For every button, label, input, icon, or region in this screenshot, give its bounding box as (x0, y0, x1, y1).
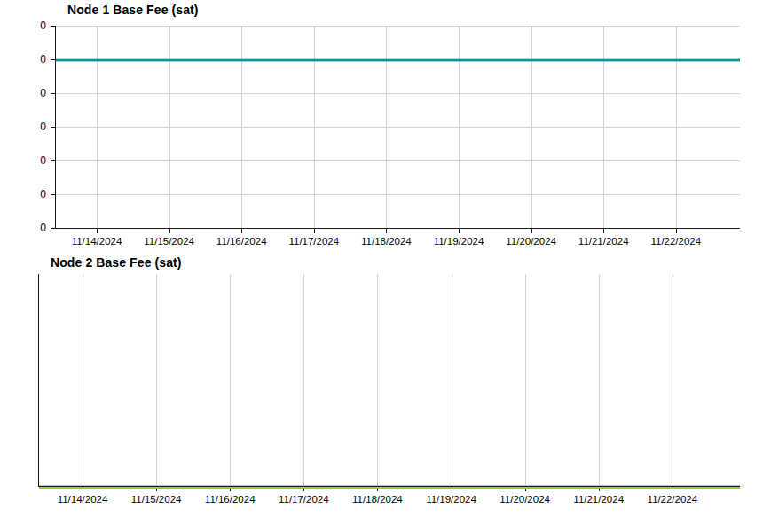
gridline-horizontal (56, 26, 740, 27)
plot-area-node1: 11/14/202411/15/202411/16/202411/17/2024… (55, 26, 740, 229)
x-tick-label: 11/17/2024 (288, 236, 339, 246)
x-axis-tick (531, 228, 532, 233)
x-axis-tick (386, 228, 387, 233)
y-tick-label: 0 (40, 88, 46, 98)
chart-title-node2: Node 2 Base Fee (sat) (51, 255, 182, 270)
y-axis-tick (51, 228, 56, 229)
x-axis-tick (169, 228, 170, 233)
gridline-vertical (83, 274, 83, 486)
x-tick-label: 11/21/2024 (573, 494, 624, 505)
x-tick-label: 11/20/2024 (506, 236, 556, 246)
y-axis-tick (51, 194, 56, 195)
y-axis-tick (51, 93, 56, 94)
gridline-horizontal (56, 127, 740, 128)
x-axis-tick (676, 228, 677, 233)
plot-area-node2: 11/14/202411/15/202411/16/202411/17/2024… (38, 274, 740, 487)
gridline-vertical (673, 274, 673, 486)
gridline-vertical (599, 274, 600, 486)
fee-charts-panel: Node 1 Base Fee (sat) 11/14/202411/15/20… (0, 0, 763, 532)
gridline-vertical (452, 274, 452, 486)
y-tick-label: 0 (40, 54, 46, 65)
x-tick-label: 11/21/2024 (578, 236, 629, 246)
y-tick-label: 0 (40, 189, 46, 200)
gridline-vertical (156, 274, 157, 486)
x-tick-label: 11/16/2024 (216, 236, 267, 246)
x-axis-tick (241, 228, 242, 233)
x-tick-label: 11/22/2024 (650, 236, 701, 246)
y-tick-label: 0 (40, 155, 46, 166)
gridline-horizontal (56, 93, 740, 94)
x-axis-tick (459, 228, 460, 233)
y-axis-tick (51, 26, 56, 27)
x-tick-label: 11/18/2024 (352, 494, 403, 505)
y-axis-tick (51, 160, 56, 161)
x-axis-tick (603, 228, 604, 233)
x-tick-label: 11/18/2024 (361, 236, 412, 246)
gridline-vertical (377, 274, 378, 486)
gridline-vertical (525, 274, 526, 486)
gridline-vertical (230, 274, 231, 486)
node2-series-line (39, 487, 740, 489)
gridline-horizontal (56, 194, 740, 195)
x-tick-label: 11/22/2024 (647, 494, 697, 505)
y-tick-label: 0 (40, 20, 46, 31)
x-tick-label: 11/19/2024 (426, 494, 476, 505)
y-tick-label: 0 (40, 223, 46, 233)
x-tick-label: 11/16/2024 (205, 494, 256, 505)
x-tick-label: 11/15/2024 (131, 494, 182, 505)
gridline-vertical (303, 274, 304, 486)
node1-series-line (56, 59, 740, 61)
x-axis-tick (97, 228, 98, 233)
x-tick-label: 11/19/2024 (434, 236, 484, 246)
x-tick-label: 11/14/2024 (58, 494, 108, 505)
y-tick-label: 0 (40, 121, 46, 132)
x-tick-label: 11/20/2024 (499, 494, 550, 505)
gridline-horizontal (56, 160, 740, 161)
node2-series-line-upper-edge (39, 485, 740, 486)
chart-title-node1: Node 1 Base Fee (sat) (67, 3, 199, 17)
x-tick-label: 11/17/2024 (279, 494, 329, 505)
x-axis-tick (314, 228, 315, 233)
x-tick-label: 11/14/2024 (72, 236, 122, 246)
y-axis-tick (51, 127, 56, 128)
x-tick-label: 11/15/2024 (144, 236, 194, 246)
